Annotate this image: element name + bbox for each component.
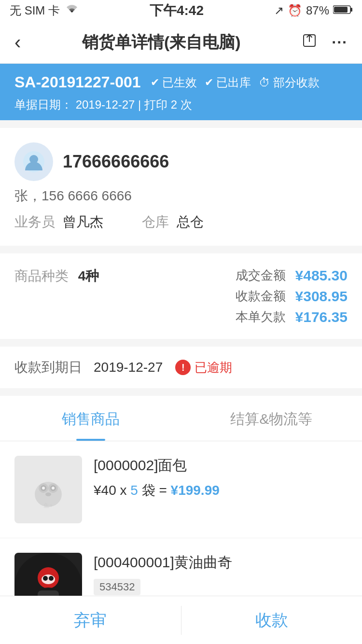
alarm-icon: ⏰ (288, 4, 302, 17)
badge-effective: ✔ 已生效 (151, 75, 197, 90)
tab-settlement[interactable]: 结算&物流等 (181, 396, 362, 441)
product-info-1: [0000002]面包 ¥40 x 5 袋 = ¥199.99 (94, 456, 348, 500)
status-left: 无 SIM 卡 (10, 3, 79, 18)
svg-point-20 (43, 576, 48, 581)
svg-point-13 (45, 492, 51, 496)
svg-rect-1 (350, 8, 352, 12)
bottom-bar: 弃审 收款 (0, 596, 362, 644)
order-date-line: 单据日期： 2019-12-27 | 打印 2 次 (14, 97, 348, 112)
amount-stats: 成交金额 ¥485.30 收款金额 ¥308.95 本单欠款 ¥176.35 (236, 267, 348, 325)
product-pricing-1: ¥40 x 5 袋 = ¥199.99 (94, 481, 348, 500)
confirm-button[interactable]: 收款 (181, 596, 362, 644)
page-title: 销货单详情(来自电脑) (82, 31, 241, 54)
back-button[interactable]: ‹ (14, 31, 21, 53)
status-bar: 无 SIM 卡 下午4:42 ↗ ⏰ 87% (0, 0, 362, 21)
tab-products[interactable]: 销售商品 (0, 396, 181, 441)
due-date-section: 收款到期日 2019-12-27 ! 已逾期 (0, 347, 362, 388)
received-amount-row: 收款金额 ¥308.95 (236, 288, 348, 305)
share-icon[interactable] (302, 33, 317, 52)
wifi-icon (65, 4, 79, 17)
badge-shipped: ✔ 已出库 (205, 75, 251, 90)
svg-point-11 (42, 487, 45, 490)
svg-text:鱼+: 鱼+ (43, 502, 53, 509)
overdue-icon: ! (175, 360, 191, 375)
overdue-badge: ! 已逾期 (175, 359, 232, 376)
owed-amount-row: 本单欠款 ¥176.35 (236, 308, 348, 325)
nav-bar: ‹ 销货单详情(来自电脑) ··· (0, 21, 362, 64)
due-label: 收款到期日 (14, 358, 82, 377)
customer-name: 17666666666 (63, 152, 169, 172)
more-icon[interactable]: ··· (332, 33, 348, 51)
product-name-2: [000400001]黄油曲奇 (94, 553, 348, 573)
customer-contact: 张，156 6666 6666 (14, 187, 348, 205)
due-date: 2019-12-27 (94, 360, 163, 375)
order-id: SA-20191227-001 (14, 73, 141, 91)
svg-point-12 (52, 487, 55, 490)
salesperson-meta: 业务员 曾凡杰 (14, 213, 103, 231)
status-time: 下午4:42 (150, 1, 204, 20)
nav-icons: ··· (302, 33, 348, 52)
cancel-button[interactable]: 弃审 (0, 596, 181, 644)
svg-rect-2 (334, 7, 348, 13)
location-icon: ↗ (274, 4, 284, 17)
tabs-header: 销售商品 结算&物流等 (0, 396, 362, 441)
stats-section: 商品种类 4种 成交金额 ¥485.30 收款金额 ¥308.95 本单欠款 ¥… (0, 253, 362, 339)
customer-meta: 业务员 曾凡杰 仓库 总仓 (14, 213, 348, 231)
deal-amount-row: 成交金额 ¥485.30 (236, 267, 348, 284)
customer-section: 17666666666 张，156 6666 6666 业务员 曾凡杰 仓库 总… (0, 128, 362, 246)
svg-point-21 (49, 576, 54, 581)
status-badges: ✔ 已生效 ✔ 已出库 ⏱ 部分收款 (151, 75, 320, 90)
overdue-text: 已逾期 (195, 359, 232, 376)
warehouse-meta: 仓库 总仓 (142, 213, 204, 231)
product-name-1: [0000002]面包 (94, 456, 348, 476)
sim-status: 无 SIM 卡 (10, 3, 60, 18)
product-image-1: 鱼+ (14, 456, 82, 523)
badge-partial: ⏱ 部分收款 (259, 75, 320, 90)
avatar (14, 142, 53, 181)
battery-level: 87% (306, 4, 329, 17)
order-header: SA-20191227-001 ✔ 已生效 ✔ 已出库 ⏱ 部分收款 单据日期：… (0, 64, 362, 120)
battery-icon (333, 4, 352, 17)
product-types: 商品种类 4种 (14, 267, 99, 285)
status-right: ↗ ⏰ 87% (274, 4, 352, 17)
list-item: 鱼+ [0000002]面包 ¥40 x 5 袋 = ¥199.99 (0, 441, 362, 538)
